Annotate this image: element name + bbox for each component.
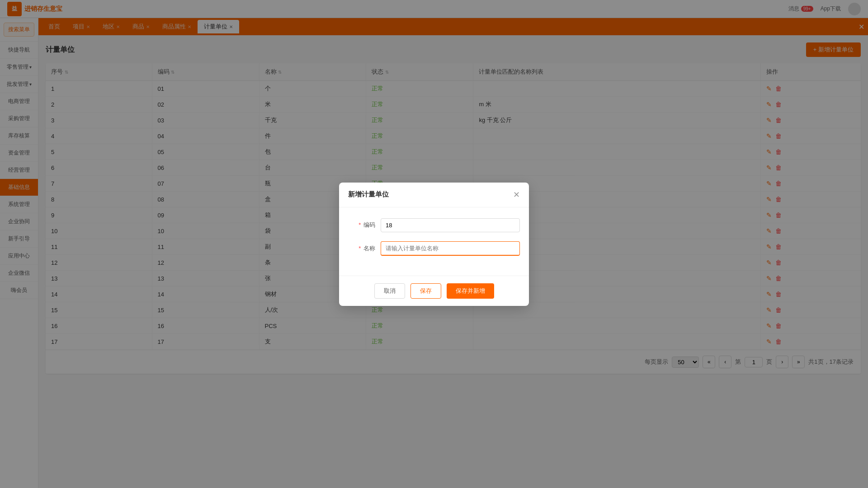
dialog-header: 新增计量单位 ✕ [339,183,529,207]
required-star-name: * [359,245,361,252]
form-row-code: * 编码 [348,218,520,232]
save-button[interactable]: 保存 [410,283,441,299]
cancel-button[interactable]: 取消 [374,283,405,299]
form-label-code: * 编码 [348,221,375,229]
form-row-name: * 名称 [348,241,520,256]
form-label-name: * 名称 [348,244,375,253]
code-input[interactable] [381,218,520,232]
save-continue-button[interactable]: 保存并新增 [447,283,494,299]
dialog-footer: 取消 保存 保存并新增 [339,276,529,306]
dialog-overlay[interactable]: 新增计量单位 ✕ * 编码 * 名称 取消 保存 保存并新增 [0,0,868,488]
dialog-close-button[interactable]: ✕ [513,190,520,200]
add-unit-dialog: 新增计量单位 ✕ * 编码 * 名称 取消 保存 保存并新增 [339,183,529,306]
dialog-body: * 编码 * 名称 [339,207,529,276]
dialog-title: 新增计量单位 [348,190,389,199]
required-star-code: * [359,221,361,228]
name-input[interactable] [381,241,520,256]
